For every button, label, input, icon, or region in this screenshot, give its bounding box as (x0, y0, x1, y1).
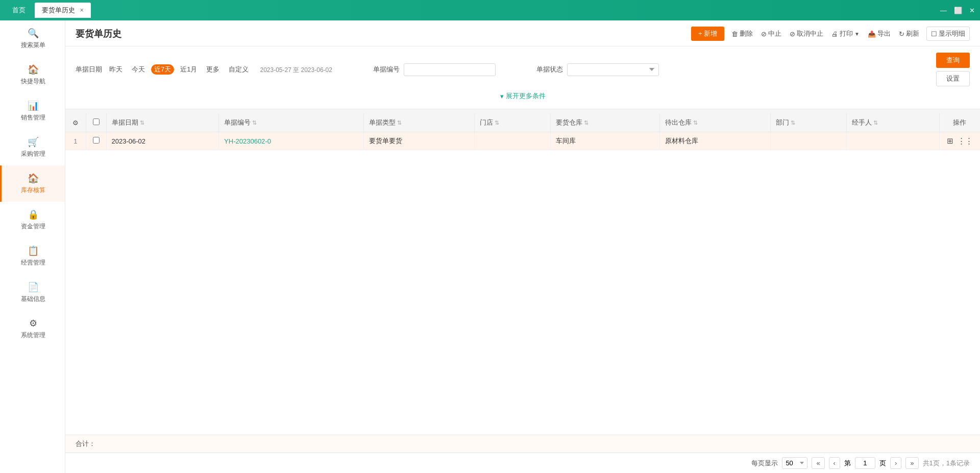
row-view-icon[interactable]: ⊞ (947, 136, 953, 145)
page-size-select[interactable]: 10 20 50 100 (782, 457, 807, 469)
data-table: ⚙ 单据日期 ⇅ 单据编号 (65, 113, 980, 150)
req-warehouse-sort-icon[interactable]: ⇅ (584, 120, 589, 126)
tab-history-close[interactable]: × (80, 7, 84, 14)
sidebar-item-purchase-label: 采购管理 (21, 150, 45, 158)
cancel-stop-button[interactable]: ⊘ 取消中止 (789, 27, 824, 40)
operation-icon: 📋 (28, 245, 39, 256)
window-minimize-btn[interactable]: — (940, 7, 947, 14)
first-page-btn[interactable]: « (812, 457, 824, 469)
page-header: 要货单历史 + 新增 🗑 删除 ⊘ 中止 ⊘ 取消中止 (65, 20, 980, 46)
tab-history[interactable]: 要货单历史 × (35, 3, 91, 18)
tab-home[interactable]: 首页 (5, 3, 33, 18)
select-all-checkbox[interactable] (93, 119, 100, 125)
stop-label: 中止 (768, 29, 781, 38)
delete-icon: 🗑 (731, 30, 738, 38)
page-unit-label: 页 (879, 459, 886, 468)
sidebar-item-inventory[interactable]: 🏠 库存核算 (0, 165, 65, 202)
shortcut-1month[interactable]: 近1月 (177, 64, 200, 75)
sidebar-item-basic[interactable]: 📄 基础信息 (0, 274, 65, 311)
shortcut-7days[interactable]: 近7天 (151, 64, 174, 75)
stop-button[interactable]: ⊘ 中止 (760, 27, 782, 40)
page-input-label: 第 (844, 459, 851, 468)
row-type: 要货单要货 (364, 132, 475, 150)
page-number-input[interactable] (855, 457, 875, 469)
number-sort-icon[interactable]: ⇅ (252, 120, 257, 126)
print-button[interactable]: 🖨 打印 ▼ (830, 27, 861, 40)
handler-sort-icon[interactable]: ⇅ (873, 120, 878, 126)
table-header: ⚙ 单据日期 ⇅ 单据编号 (65, 113, 980, 132)
pending-sort-icon[interactable]: ⇅ (693, 120, 698, 126)
row-store (475, 132, 551, 150)
display-label: 显示明细 (939, 29, 965, 38)
query-button[interactable]: 查询 (936, 53, 970, 68)
th-date: 单据日期 ⇅ (106, 113, 219, 132)
table-area: ⚙ 单据日期 ⇅ 单据编号 (65, 113, 980, 435)
sidebar-item-sales[interactable]: 📊 销售管理 (0, 93, 65, 129)
sidebar-item-operation[interactable]: 📋 经营管理 (0, 238, 65, 274)
export-label: 导出 (877, 29, 891, 38)
row-num: 1 (65, 132, 86, 150)
expand-more-button[interactable]: ▾ 展开更多条件 (500, 91, 546, 101)
footer-summary: 合计： (65, 435, 980, 453)
th-store: 门店 ⇅ (475, 113, 551, 132)
table-body: 1 2023-06-02 YH-20230602-0 要货单要货 车间库 原材料… (65, 132, 980, 150)
type-sort-icon[interactable]: ⇅ (397, 120, 402, 126)
th-settings[interactable]: ⚙ (65, 113, 86, 132)
th-req-warehouse-label: 要货仓库 (556, 118, 582, 127)
th-store-label: 门店 (480, 118, 493, 127)
inventory-icon: 🏠 (28, 173, 39, 184)
last-page-btn[interactable]: » (905, 457, 918, 469)
store-sort-icon[interactable]: ⇅ (495, 120, 499, 126)
window-close-btn[interactable]: ✕ (969, 7, 975, 14)
th-type-label: 单据类型 (369, 118, 396, 127)
row-date: 2023-06-02 (106, 132, 219, 150)
display-detail-button[interactable]: ☐ 显示明细 (926, 27, 970, 41)
dept-sort-icon[interactable]: ⇅ (791, 120, 795, 126)
row-number-link[interactable]: YH-20230602-0 (224, 137, 271, 145)
row-req-warehouse: 车间库 (551, 132, 660, 150)
search-icon: 🔍 (28, 28, 39, 39)
shortcut-yesterday[interactable]: 昨天 (106, 64, 126, 75)
doc-number-input[interactable] (404, 63, 496, 76)
next-page-btn[interactable]: › (890, 457, 901, 469)
expand-icon: ▾ (500, 92, 504, 100)
sidebar-item-basic-label: 基础信息 (21, 295, 45, 303)
sidebar-item-inventory-label: 库存核算 (21, 186, 45, 195)
th-action: 操作 (939, 113, 980, 132)
page-size-label: 每页显示 (751, 459, 778, 468)
row-checkbox[interactable] (93, 137, 100, 144)
sidebar-item-system[interactable]: ⚙ 系统管理 (0, 311, 65, 347)
shortcut-custom[interactable]: 自定义 (226, 64, 252, 75)
sidebar-item-finance-label: 资金管理 (21, 222, 45, 231)
th-number-label: 单据编号 (224, 118, 251, 127)
settings-button[interactable]: 设置 (936, 71, 970, 86)
refresh-button[interactable]: ↻ 刷新 (898, 27, 920, 40)
status-select[interactable] (567, 63, 659, 76)
row-number: YH-20230602-0 (219, 132, 364, 150)
filter-row-1: 单据日期 昨天 今天 近7天 近1月 更多 自定义 2023-05-27 至 2… (76, 53, 970, 86)
sidebar-item-purchase[interactable]: 🛒 采购管理 (0, 129, 65, 165)
doc-number-filter-group: 单据编号 (373, 63, 496, 76)
main-layout: 🔍 搜索菜单 🏠 快捷导航 📊 销售管理 🛒 采购管理 🏠 库存核算 🔒 资金管… (0, 20, 980, 473)
print-label: 打印 (840, 29, 853, 38)
row-more-icon[interactable]: ⋮⋮ (958, 136, 973, 145)
filter-area: 单据日期 昨天 今天 近7天 近1月 更多 自定义 2023-05-27 至 2… (65, 46, 980, 109)
prev-page-btn[interactable]: ‹ (829, 457, 840, 469)
sidebar-item-search[interactable]: 🔍 搜索菜单 (0, 20, 65, 57)
window-restore-btn[interactable]: ⬜ (954, 7, 962, 14)
th-department: 部门 ⇅ (771, 113, 847, 132)
sidebar-item-system-label: 系统管理 (21, 331, 45, 340)
export-button[interactable]: 📤 导出 (867, 27, 892, 40)
sidebar-item-finance[interactable]: 🔒 资金管理 (0, 202, 65, 238)
sidebar-item-nav[interactable]: 🏠 快捷导航 (0, 57, 65, 93)
date-sort-icon[interactable]: ⇅ (140, 120, 144, 126)
delete-button[interactable]: 🗑 删除 (730, 27, 754, 40)
sidebar-item-operation-label: 经营管理 (21, 258, 45, 267)
th-number: 单据编号 ⇅ (219, 113, 364, 132)
refresh-icon: ↻ (899, 30, 904, 38)
new-button[interactable]: + 新增 (691, 27, 724, 41)
row-actions: ⊞ ⋮⋮ (939, 132, 980, 150)
shortcut-today[interactable]: 今天 (129, 64, 148, 75)
row-checkbox-cell (86, 132, 106, 150)
shortcut-more[interactable]: 更多 (203, 64, 223, 75)
